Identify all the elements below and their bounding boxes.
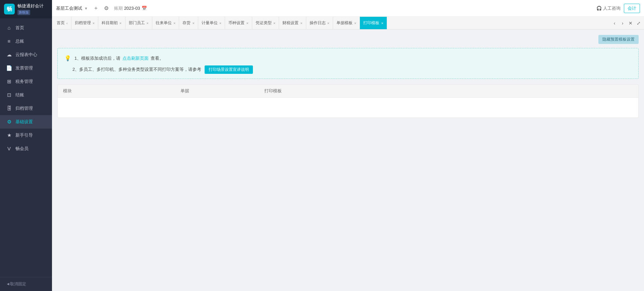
tax-icon: ⊞ <box>6 79 12 85</box>
tab-close-oplog[interactable]: × <box>327 21 329 25</box>
tab-home[interactable]: 首页‹ <box>53 17 71 30</box>
tab-archive[interactable]: 归档管理× <box>71 17 98 30</box>
tab-close-tax[interactable]: × <box>300 21 302 25</box>
report-icon: ☁ <box>6 52 12 58</box>
tab-nav-arrow-home: ‹ <box>66 21 68 25</box>
ledger-icon: ≡ <box>6 38 12 44</box>
notice-line1-suffix: 查看。 <box>151 54 164 63</box>
tab-label-voucher: 凭证类型 <box>256 20 272 26</box>
app-tag: 旗舰版 <box>17 10 30 15</box>
tab-label-template: 单据模板 <box>336 20 353 26</box>
company-dropdown-icon: ▼ <box>84 6 88 10</box>
tab-label-dept: 部门员工 <box>129 20 145 26</box>
table-body <box>57 98 639 118</box>
tab-close-voucher[interactable]: × <box>273 21 275 25</box>
tab-close-print[interactable]: × <box>381 21 383 25</box>
tab-dept[interactable]: 部门员工× <box>125 17 152 30</box>
vip-icon: V <box>6 146 12 151</box>
sidebar-label-vip: 畅会员 <box>15 146 29 152</box>
sidebar-item-vip[interactable]: V畅会员 <box>0 142 52 155</box>
period-value: 2023-03 <box>124 6 140 11</box>
sidebar-logo: 畅 畅捷通好会计 旗舰版 <box>0 0 52 18</box>
tab-close-unit[interactable]: × <box>219 21 221 25</box>
home-icon: ⌂ <box>6 25 12 31</box>
print-scene-button[interactable]: 打印场景设置宣讲说明 <box>205 65 253 74</box>
settings-icon: ⚙ <box>6 119 12 125</box>
table-header: 模块 单据 打印模板 <box>57 84 639 98</box>
notice-refresh-link[interactable]: 点击刷新页面 <box>122 54 149 63</box>
guide-icon: ★ <box>6 132 12 138</box>
tab-bar: 首页‹归档管理×科目期初×部门员工×往来单位×存货×计量单位×币种设置×凭证类型… <box>52 17 644 30</box>
tab-print[interactable]: 打印模板× <box>360 17 387 30</box>
sidebar-label-ledger: 总账 <box>15 38 24 44</box>
add-tab-button[interactable]: ＋ <box>92 3 100 13</box>
sidebar-item-archive[interactable]: 🗄归档管理 <box>0 102 52 115</box>
tab-label-print: 打印模板 <box>363 20 379 26</box>
sidebar-nav: ⌂首页≡总账☁云报表中心📄发票管理⊞税务管理⊡结账🗄归档管理⚙基础设置★新手引导… <box>0 18 52 277</box>
col-doc: 单据 <box>175 88 259 94</box>
hide-preview-button[interactable]: 隐藏预置模板设置 <box>598 35 639 44</box>
archive-icon: 🗄 <box>6 105 12 111</box>
sidebar-item-report[interactable]: ☁云报表中心 <box>0 48 52 61</box>
tab-unit[interactable]: 计量单位× <box>198 17 225 30</box>
tab-close-template[interactable]: × <box>354 21 356 25</box>
tab-label-home: 首页 <box>57 20 65 26</box>
tab-close-vendor[interactable]: × <box>173 21 175 25</box>
sidebar-item-invoice[interactable]: 📄发票管理 <box>0 61 52 75</box>
notice-row-1: 💡 1、模板添加成功后，请 点击刷新页面 查看。 <box>64 53 632 64</box>
tab-close-dept[interactable]: × <box>147 21 149 25</box>
app-logo-icon: 畅 <box>4 4 15 14</box>
tab-close-subject[interactable]: × <box>119 21 121 25</box>
tab-currency[interactable]: 币种设置× <box>225 17 252 30</box>
period-label: 账期 <box>114 5 123 11</box>
sidebar-item-home[interactable]: ⌂首页 <box>0 21 52 35</box>
company-selector[interactable]: 基层工会测试 ▼ <box>56 5 88 11</box>
account-button[interactable]: 会计 <box>624 4 640 13</box>
tab-close-inventory[interactable]: × <box>192 21 194 25</box>
tab-vendor[interactable]: 往来单位× <box>152 17 179 30</box>
content-area: 隐藏预置模板设置 💡 1、模板添加成功后，请 点击刷新页面 查看。 2、多员工、… <box>52 30 644 291</box>
sidebar-label-tax: 税务管理 <box>15 79 33 85</box>
company-name: 基层工会测试 <box>56 5 82 11</box>
hide-preview-container: 隐藏预置模板设置 <box>57 35 639 44</box>
tab-close-currency[interactable]: × <box>246 21 248 25</box>
tab-template[interactable]: 单据模板× <box>333 17 360 30</box>
tab-label-oplog: 操作日志 <box>310 20 326 26</box>
sidebar-label-archive: 归档管理 <box>15 105 33 111</box>
tab-subject[interactable]: 科目期初× <box>98 17 125 30</box>
tab-maximize-button[interactable]: ⤢ <box>635 17 643 30</box>
lightbulb-icon: 💡 <box>64 53 71 64</box>
col-module: 模块 <box>58 88 175 94</box>
sidebar-unpin[interactable]: ◄取消固定 <box>0 277 52 291</box>
tab-inventory[interactable]: 存货× <box>179 17 198 30</box>
main-area: 基层工会测试 ▼ ＋ ⚙ 账期 2023-03 📅 🎧 人工咨询 会计 首页‹归… <box>52 0 644 291</box>
notice-row-2: 2、多员工、多打印机、多种业务类型设置不同打印方案等，请参考 打印场景设置宣讲说… <box>64 65 632 74</box>
tab-close-archive[interactable]: × <box>93 21 95 25</box>
tab-label-vendor: 往来单位 <box>156 20 172 26</box>
sidebar-item-settings[interactable]: ⚙基础设置 <box>0 115 52 129</box>
tab-label-tax: 财税设置 <box>282 20 299 26</box>
sidebar-item-ledger[interactable]: ≡总账 <box>0 35 52 48</box>
topbar: 基层工会测试 ▼ ＋ ⚙ 账期 2023-03 📅 🎧 人工咨询 会计 <box>52 0 644 17</box>
support-button[interactable]: 🎧 人工咨询 <box>596 5 621 11</box>
sidebar-label-settings: 基础设置 <box>15 119 33 125</box>
tab-tax[interactable]: 财税设置× <box>279 17 306 30</box>
checkout-icon: ⊡ <box>6 92 12 98</box>
settings-button[interactable]: ⚙ <box>103 4 110 13</box>
calendar-icon[interactable]: 📅 <box>142 6 147 11</box>
notice-line2-prefix: 2、多员工、多打印机、多种业务类型设置不同打印方案等，请参考 <box>72 65 201 74</box>
notice-line1-prefix: 1、模板添加成功后，请 <box>74 54 120 63</box>
sidebar-item-guide[interactable]: ★新手引导 <box>0 129 52 142</box>
sidebar-item-checkout[interactable]: ⊡结账 <box>0 88 52 102</box>
headset-icon: 🎧 <box>596 6 602 11</box>
tab-voucher[interactable]: 凭证类型× <box>252 17 279 30</box>
sidebar-label-guide: 新手引导 <box>15 132 33 138</box>
tab-label-currency: 币种设置 <box>228 20 245 26</box>
sidebar-item-tax[interactable]: ⊞税务管理 <box>0 75 52 88</box>
col-template: 打印模板 <box>259 88 638 94</box>
tab-close-all-button[interactable]: ✕ <box>627 17 635 30</box>
tab-prev-button[interactable]: ‹ <box>610 17 619 30</box>
tab-next-button[interactable]: › <box>619 17 627 30</box>
sidebar-label-home: 首页 <box>15 25 24 31</box>
tab-oplog[interactable]: 操作日志× <box>306 17 333 30</box>
